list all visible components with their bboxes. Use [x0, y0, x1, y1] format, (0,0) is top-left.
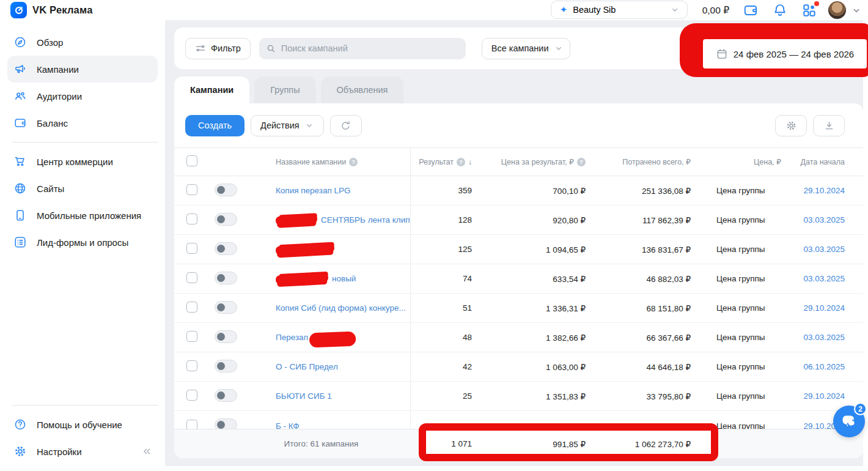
row-checkbox[interactable]	[186, 272, 197, 283]
result-value: 128	[411, 215, 472, 224]
date-range-picker[interactable]: 24 фев 2025 — 24 фев 2026	[703, 39, 867, 69]
chevron-down-icon[interactable]	[851, 5, 862, 16]
tab-campaigns[interactable]: Кампании	[174, 76, 249, 103]
apps-menu-button[interactable]	[801, 2, 817, 18]
avatar[interactable]	[828, 1, 846, 19]
campaign-name-link[interactable]: БЬЮТИ СИБ 1	[276, 391, 332, 401]
price-type-value: Цена группы	[691, 215, 781, 224]
row-checkbox[interactable]	[186, 184, 197, 195]
sidebar-item-balance[interactable]: Баланс	[7, 109, 158, 136]
price-type-value: Цена группы	[691, 186, 781, 195]
refresh-button[interactable]	[330, 115, 362, 136]
collapse-sidebar-icon[interactable]	[141, 445, 153, 458]
row-checkbox[interactable]	[186, 302, 197, 313]
start-date-link[interactable]: 03.03.2025	[803, 274, 845, 283]
table-row: О - СИБ Предел 42 1 063,00 ₽ 44 646,18 ₽…	[174, 352, 863, 382]
start-date-link[interactable]: 29.10.2024	[803, 186, 845, 195]
bell-icon	[772, 2, 788, 18]
row-toggle[interactable]	[215, 360, 237, 373]
filter-button[interactable]: Фильтр	[185, 38, 251, 59]
phone-icon	[13, 209, 27, 222]
column-price[interactable]: Цена, ₽	[754, 158, 781, 166]
table-row: Копия Сиб (лид форма) конкуре... 51 1 33…	[174, 294, 863, 323]
campaign-name-link[interactable]: Копия Сиб (лид форма) конкуре...	[276, 303, 406, 313]
price-type-value: Цена группы	[691, 274, 781, 283]
sidebar-item-label: Лид-формы и опросы	[37, 237, 128, 248]
row-checkbox[interactable]	[186, 390, 197, 401]
row-checkbox[interactable]	[186, 331, 197, 342]
help-icon[interactable]: ?	[577, 158, 586, 166]
sidebar-item-settings[interactable]: Настройки	[7, 438, 158, 465]
row-toggle[interactable]	[215, 184, 237, 196]
notifications-button[interactable]	[772, 2, 788, 18]
column-total-spent[interactable]: Потрачено всего, ₽	[622, 158, 691, 166]
start-date-link[interactable]: 03.03.2025	[803, 333, 845, 342]
row-toggle[interactable]	[215, 389, 237, 402]
result-value: 51	[411, 303, 472, 313]
row-toggle[interactable]	[215, 272, 237, 284]
sidebar-item-overview[interactable]: Обзор	[7, 29, 158, 56]
sidebar: Обзор Кампании Аудитории Баланс Центр ко…	[0, 20, 165, 471]
cost-per-result-value: 1 094,65 ₽	[472, 245, 586, 254]
table-settings-button[interactable]	[775, 115, 807, 136]
export-button[interactable]	[813, 115, 845, 136]
chevron-down-icon	[304, 121, 314, 130]
column-start-date[interactable]: Дата начала	[801, 158, 845, 166]
row-checkbox[interactable]	[186, 213, 197, 224]
column-result[interactable]: Результат	[419, 158, 454, 166]
campaign-scope-select[interactable]: Все кампании	[482, 38, 570, 59]
start-date-link[interactable]: 03.03.2025	[803, 245, 845, 254]
campaigns-panel: Создать Действия Название кампании	[174, 103, 863, 458]
row-toggle[interactable]	[215, 242, 237, 255]
campaign-name-link[interactable]: новый	[332, 274, 356, 283]
create-button[interactable]: Создать	[185, 115, 245, 136]
search-input[interactable]	[259, 38, 466, 59]
tab-groups[interactable]: Группы	[254, 76, 315, 103]
cost-per-result-value: 920,80 ₽	[472, 215, 586, 225]
sidebar-divider	[12, 142, 158, 143]
help-icon[interactable]: ?	[349, 158, 358, 166]
select-all-checkbox[interactable]	[186, 155, 197, 166]
sidebar-item-lead-forms[interactable]: Лид-формы и опросы	[7, 229, 158, 256]
table-row: СЕНТЯБРЬ лента клипы 128 920,80 ₽ 117 86…	[174, 206, 863, 235]
support-chat-button[interactable]: 2	[833, 406, 865, 437]
sidebar-item-mobile-apps[interactable]: Мобильные приложения	[7, 202, 158, 229]
result-value: 48	[411, 333, 472, 342]
actions-button[interactable]: Действия	[251, 115, 324, 136]
sidebar-item-commerce-center[interactable]: Центр коммерции	[7, 148, 158, 175]
sidebar-item-campaigns[interactable]: Кампании	[7, 56, 158, 83]
total-spent: 1 062 273,70 ₽	[586, 439, 691, 449]
redaction-marker	[309, 331, 356, 347]
row-toggle[interactable]	[215, 301, 237, 314]
row-toggle[interactable]	[215, 330, 237, 343]
help-icon	[13, 418, 27, 431]
account-switcher[interactable]: ✦ Beauty Sib	[551, 1, 688, 19]
row-checkbox[interactable]	[186, 243, 197, 254]
tab-ads[interactable]: Объявления	[321, 76, 404, 103]
campaign-name-link[interactable]: Копия перезап LPG	[276, 186, 351, 195]
gear-icon	[785, 120, 797, 132]
column-cost-per-result[interactable]: Цена за результат, ₽	[501, 157, 574, 166]
row-toggle[interactable]	[215, 213, 237, 226]
start-date-link[interactable]: 29.10.2024	[803, 303, 845, 313]
help-icon[interactable]: ?	[457, 158, 465, 166]
wallet-button[interactable]	[743, 2, 759, 18]
campaign-name-link[interactable]: Перезап	[276, 333, 308, 342]
campaign-name-link[interactable]: Б - КФ	[276, 421, 300, 429]
start-date-link[interactable]: 06.10.2025	[803, 362, 845, 371]
start-date-link[interactable]: 03.03.2025	[803, 215, 845, 224]
campaign-name-link[interactable]: О - СИБ Предел	[276, 362, 338, 371]
sidebar-item-audiences[interactable]: Аудитории	[7, 83, 158, 109]
row-checkbox[interactable]	[186, 420, 197, 429]
row-toggle[interactable]	[215, 418, 237, 429]
row-checkbox[interactable]	[186, 360, 197, 371]
sidebar-item-sites[interactable]: Сайты	[7, 175, 158, 202]
campaign-name-link[interactable]: СЕНТЯБРЬ лента клипы	[321, 215, 411, 224]
total-cost-per-result: 991,85 ₽	[472, 439, 586, 449]
table-row: новый 74 633,54 ₽ 46 882,03 ₽ Цена групп…	[174, 264, 863, 294]
sidebar-item-help[interactable]: Помощь и обучение	[7, 411, 158, 438]
start-date-link[interactable]: 29.10.2024	[803, 391, 845, 401]
price-type-value: Цена группы	[691, 362, 781, 371]
column-name[interactable]: Название кампании	[276, 158, 346, 166]
megaphone-icon	[13, 62, 27, 76]
